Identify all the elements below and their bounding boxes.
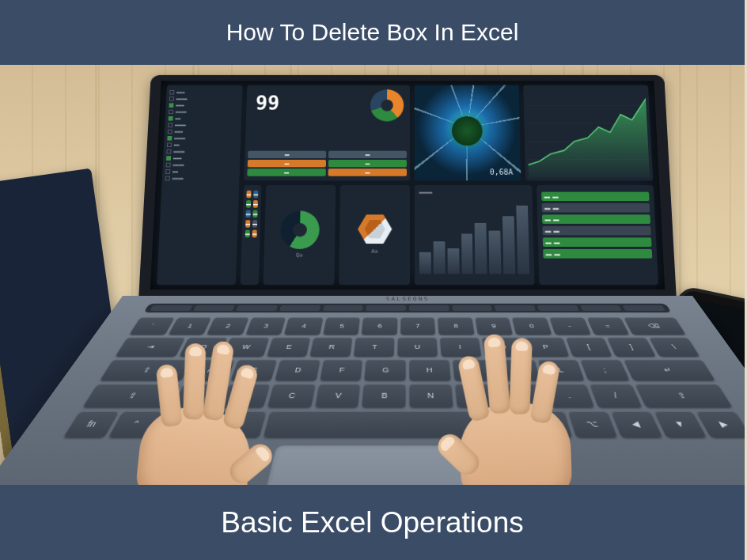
top-banner: How To Delete Box In Excel [0, 0, 745, 65]
area-chart [523, 85, 653, 181]
tag-panel: ▬▬▬▬ ▬▬▬▬ ▬▬▬▬ ▬▬▬▬ ▬▬▬▬ Qə Aə [241, 185, 410, 285]
key-row-5: fn⌃⌥⌘ ⌘⌥◀▼▶ [63, 411, 745, 437]
key-row-4: ⇧ ZX CV BN M, ./ ⇧ [82, 384, 732, 407]
bottom-banner: Basic Excel Operations [0, 485, 745, 560]
top-banner-title: How To Delete Box In Excel [226, 19, 519, 46]
key-row-3: ⇪ AS DF GH JK L; ↵ [100, 360, 715, 381]
key-row-2: ⇥ QW ER TU IO P[ ]\ [116, 338, 700, 357]
hex-icon [358, 214, 392, 244]
burst-visual: 0,68A [415, 85, 521, 181]
hinge-label: SALSEONS [385, 297, 429, 301]
laptop: ▬▬▬ ▬▬▬▬ ▬▬▬ ▬▬▬▬ ▬▬ ▬▬▬▬ ▬▬▬ ▬▬▬▬ ▬▬ ▬▬… [123, 65, 692, 485]
kpi-panel: 99 ▬▬▬▬ ▬▬▬▬ ▬▬▬▬ [244, 85, 410, 181]
data-table: ▬▬ ▬▬ ▬▬ ▬▬ ▬▬ ▬▬ ▬▬ ▬▬ ▬▬ ▬▬ ▬▬ ▬▬ [537, 185, 658, 285]
laptop-keyboard-deck: SALSEONS `1 23 45 67 89 0- =⌫ ⇥ QW ER TU… [0, 296, 745, 485]
hero-scene: ▬▬▬ ▬▬▬▬ ▬▬▬ ▬▬▬▬ ▬▬ ▬▬▬▬ ▬▬▬ ▬▬▬▬ ▬▬ ▬▬… [0, 65, 745, 485]
bar-table-panel: ▬▬▬▬ ▬▬ ▬▬ ▬▬ ▬▬ ▬▬ ▬▬ ▬▬ ▬▬ ▬▬ ▬▬ ▬▬ ▬▬ [415, 185, 658, 285]
trackpad [261, 445, 554, 485]
key-row-1: `1 23 45 67 89 0- =⌫ [129, 317, 685, 335]
dashboard: ▬▬▬ ▬▬▬▬ ▬▬▬ ▬▬▬▬ ▬▬ ▬▬▬▬ ▬▬▬ ▬▬▬▬ ▬▬ ▬▬… [150, 81, 665, 289]
dashboard-sidebar: ▬▬▬ ▬▬▬▬ ▬▬▬ ▬▬▬▬ ▬▬ ▬▬▬▬ ▬▬▬ ▬▬▬▬ ▬▬ ▬▬… [157, 85, 243, 286]
touch-bar [143, 304, 671, 313]
pie-chart-icon [370, 89, 404, 121]
kpi-sub-value: 0,68A [490, 168, 514, 176]
donut-chart-icon [280, 211, 320, 249]
laptop-screen: ▬▬▬ ▬▬▬▬ ▬▬▬ ▬▬▬▬ ▬▬ ▬▬▬▬ ▬▬▬ ▬▬▬▬ ▬▬ ▬▬… [138, 75, 677, 301]
bar-chart-icon [419, 202, 529, 274]
bottom-banner-title: Basic Excel Operations [221, 506, 524, 539]
